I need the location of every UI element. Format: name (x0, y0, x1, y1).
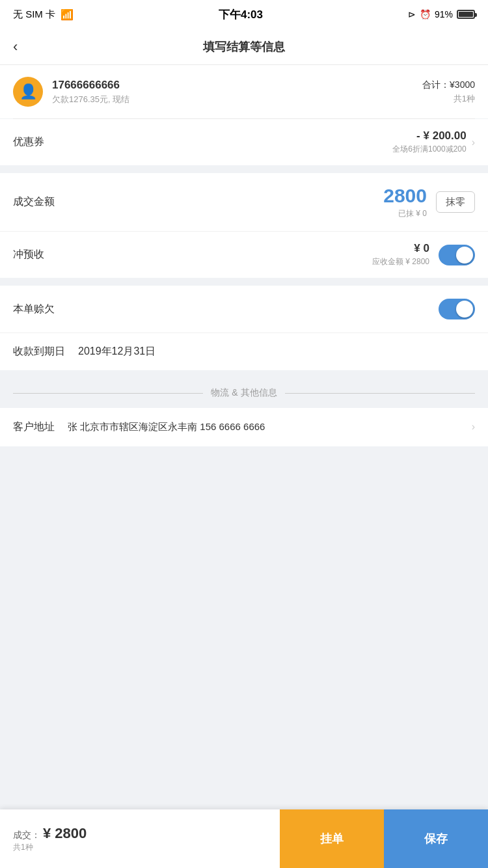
amount-sub: 已抹 ¥ 0 (383, 208, 427, 219)
amount-label: 成交金额 (13, 195, 55, 209)
status-right: ⊳ ⏰ 91% (408, 9, 475, 20)
customer-left: 👤 17666666666 欠款1276.35元, 现结 (13, 77, 129, 107)
bottom-info: 成交： ¥ 2800 共1种 (0, 809, 280, 868)
customer-card: 👤 17666666666 欠款1276.35元, 现结 合计：¥3000 共1… (0, 65, 488, 118)
logistics-label: 物流 & 其他信息 (211, 387, 277, 399)
address-row[interactable]: 客户地址 张 北京市市辖区海淀区永丰南 156 6666 6666 › (0, 408, 488, 446)
round-button[interactable]: 抹零 (436, 191, 475, 213)
nav-bar: ‹ 填写结算等信息 (0, 29, 488, 65)
bottom-amount: ¥ 2800 (43, 825, 87, 842)
customer-phone: 17666666666 (52, 79, 129, 92)
nav-title: 填写结算等信息 (203, 39, 285, 55)
back-button[interactable]: ‹ (13, 38, 18, 55)
customer-info: 17666666666 欠款1276.35元, 现结 (52, 79, 129, 105)
gray-filler (0, 446, 488, 550)
total-label: 合计：¥3000 (422, 79, 475, 91)
debt-toggle[interactable] (439, 299, 475, 319)
hang-button[interactable]: 挂单 (280, 809, 384, 868)
status-left: 无 SIM 卡 📶 (13, 8, 74, 21)
date-row: 收款到期日 2019年12月31日 (0, 332, 488, 370)
coupon-amount: - ¥ 200.00 (392, 129, 466, 142)
customer-total: 合计：¥3000 共1种 (422, 79, 475, 105)
bottom-deal-row: 成交： ¥ 2800 (13, 825, 267, 842)
amount-value-block: 2800 已抹 ¥ 0 (383, 185, 427, 219)
bottom-bar: 成交： ¥ 2800 共1种 挂单 保存 (0, 809, 488, 868)
bottom-count: 共1种 (13, 842, 267, 853)
coupon-desc: 全场6折满1000减200 (392, 144, 466, 155)
amount-section: 成交金额 2800 已抹 ¥ 0 抹零 冲预收 ¥ 0 应收金额 ¥ 2800 (0, 173, 488, 278)
address-value: 张 北京市市辖区海淀区永丰南 156 6666 6666 (68, 420, 465, 435)
wifi-icon: 📶 (61, 8, 74, 21)
prepay-value: ¥ 0 (372, 242, 429, 255)
customer-debt: 欠款1276.35元, 现结 (52, 94, 129, 105)
coupon-label: 优惠券 (13, 135, 44, 149)
avatar: 👤 (13, 77, 43, 107)
logistics-header: 物流 & 其他信息 (0, 378, 488, 408)
section-gap-2 (0, 278, 488, 286)
coupon-row[interactable]: 优惠券 - ¥ 200.00 全场6折满1000减200 › (0, 119, 488, 165)
chevron-right-icon: › (472, 137, 475, 148)
status-time: 下午4:03 (219, 7, 263, 22)
battery-icon (457, 10, 475, 19)
section-gap-3 (0, 370, 488, 378)
debt-row: 本单赊欠 (0, 286, 488, 332)
logistics-line-left (13, 393, 203, 394)
coupon-amount-block: - ¥ 200.00 全场6折满1000减200 (392, 129, 466, 155)
prepay-toggle[interactable] (439, 245, 475, 265)
amount-value: 2800 (383, 185, 427, 207)
debt-section: 本单赊欠 收款到期日 2019年12月31日 (0, 286, 488, 370)
total-count: 共1种 (422, 93, 475, 105)
alarm-icon: ⏰ (420, 9, 431, 20)
address-label: 客户地址 (13, 420, 55, 434)
carrier-label: 无 SIM 卡 (13, 8, 55, 21)
save-button[interactable]: 保存 (384, 809, 488, 868)
amount-row: 成交金额 2800 已抹 ¥ 0 抹零 (0, 173, 488, 231)
avatar-icon: 👤 (20, 83, 37, 100)
prepay-amount: ¥ 0 应收金额 ¥ 2800 (372, 242, 429, 267)
date-value: 2019年12月31日 (78, 345, 156, 359)
address-chevron-icon: › (472, 421, 475, 433)
bottom-deal-label: 成交： (13, 830, 40, 841)
coupon-right: - ¥ 200.00 全场6折满1000减200 › (392, 129, 475, 155)
prepay-sub: 应收金额 ¥ 2800 (372, 256, 429, 267)
status-bar: 无 SIM 卡 📶 下午4:03 ⊳ ⏰ 91% (0, 0, 488, 29)
logistics-line-right (285, 393, 475, 394)
prepay-right: ¥ 0 应收金额 ¥ 2800 (372, 242, 475, 267)
battery-percent: 91% (435, 9, 453, 20)
prepay-label: 冲预收 (13, 248, 44, 262)
section-gap-1 (0, 165, 488, 173)
amount-right: 2800 已抹 ¥ 0 抹零 (383, 185, 475, 219)
date-label: 收款到期日 (13, 345, 65, 359)
location-icon: ⊳ (408, 9, 416, 20)
content: 👤 17666666666 欠款1276.35元, 现结 合计：¥3000 共1… (0, 65, 488, 616)
prepay-row: 冲预收 ¥ 0 应收金额 ¥ 2800 (0, 231, 488, 278)
debt-label: 本单赊欠 (13, 303, 55, 316)
